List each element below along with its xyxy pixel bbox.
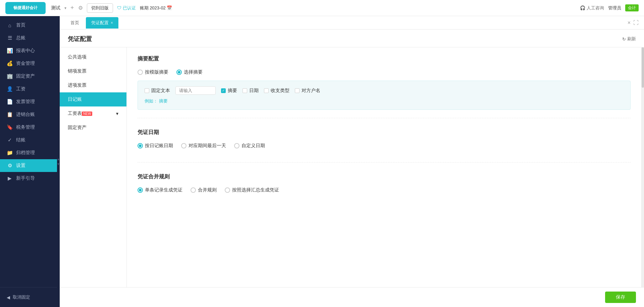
sidebar-scroll-up-icon[interactable]: ▲ [57, 157, 60, 161]
radio-circle-period-last [181, 143, 186, 148]
date-radio-period-last[interactable]: 对应期间最后一天 [181, 143, 226, 149]
payment-type-checkbox[interactable]: 收支类型 [264, 88, 289, 94]
tab-voucher-config-label: 凭证配置 [91, 20, 109, 26]
sidebar-item-settings[interactable]: ⚙ 设置 [0, 159, 60, 172]
fixed-text-checkbox[interactable]: 固定文本 [145, 88, 170, 94]
report-icon: 📊 [7, 48, 13, 54]
close-tab-button[interactable]: × [628, 20, 631, 26]
fixed-text-input[interactable] [175, 86, 216, 95]
sidebar-item-payroll[interactable]: 👤 工资 [0, 83, 60, 95]
radio-circle-journal-date [138, 143, 143, 148]
merge-radio-rule[interactable]: 合并规则 [191, 187, 217, 193]
sidebar-item-label: 进销台账 [16, 112, 35, 118]
sidebar-item-invoice[interactable]: 📄 发票管理 [0, 95, 60, 108]
sidebar-item-label: 工资 [16, 86, 25, 92]
counterparty-checkbox[interactable]: 对方户名 [295, 88, 320, 94]
main-layout: ▲ ▼ ⌂ 首页 ☰ 总账 📊 报表中心 💰 资金管理 🏢 固定资产 [0, 16, 644, 307]
sidebar-item-report[interactable]: 📊 报表中心 [0, 44, 60, 57]
fullscreen-button[interactable]: ⛶ [633, 20, 639, 26]
assets-icon: 🏢 [7, 73, 13, 79]
summary-section: 摘要配置 按模版摘要 选择摘要 [138, 55, 631, 118]
sidebar-item-label: 税务管理 [16, 124, 35, 130]
refresh-button[interactable]: ↻ 刷新 [622, 36, 636, 42]
company-name: 测试 [51, 5, 60, 11]
guide-icon: ▶ [7, 175, 13, 181]
sidebar-item-purchase-sales[interactable]: 📋 进销台账 [0, 108, 60, 121]
sidebar-item-close-account[interactable]: ✓ 结账 [0, 134, 60, 146]
sidebar-item-guide[interactable]: ▶ 新手引导 [0, 172, 60, 185]
sidebar-item-label: 首页 [16, 22, 25, 28]
sidebar-item-funds[interactable]: 💰 资金管理 [0, 57, 60, 70]
sidebar-item-home[interactable]: ⌂ 首页 [0, 19, 60, 32]
sidebar-item-label: 固定资产 [16, 73, 35, 79]
sidebar-item-assets[interactable]: 🏢 固定资产 [0, 70, 60, 83]
collapse-icon: ◀ [7, 295, 10, 300]
sidebar-item-label: 报表中心 [16, 48, 35, 54]
sidebar: ▲ ▼ ⌂ 首页 ☰ 总账 📊 报表中心 💰 资金管理 🏢 固定资产 [0, 16, 60, 307]
config-menu-fixed-assets[interactable]: 固定资产 [60, 121, 126, 135]
date-section-title: 凭证日期 [138, 129, 631, 136]
date-radio-group: 按日记账日期 对应期间最后一天 自定义日期 [138, 143, 631, 149]
settings-icon[interactable]: ⚙ [78, 5, 83, 11]
radio-circle-select-sum [225, 187, 230, 193]
page-content: 凭证配置 ↻ 刷新 公共选项 销项发票 进项发票 [60, 30, 644, 307]
sidebar-item-label: 设置 [16, 163, 25, 169]
consult-button[interactable]: 🎧 人工咨询 [580, 5, 604, 11]
checkbox-box-summary: ✓ [221, 88, 226, 93]
save-button[interactable]: 保存 [605, 292, 636, 303]
summary-section-title: 摘要配置 [138, 55, 631, 62]
sidebar-item-label: 归档管理 [16, 150, 35, 156]
tax-icon: 🔖 [7, 124, 13, 130]
merge-radio-group: 单条记录生成凭证 合并规则 按照选择汇总生成凭证 [138, 187, 631, 193]
tab-home[interactable]: 首页 [65, 17, 85, 29]
merge-radio-select-sum[interactable]: 按照选择汇总生成凭证 [225, 187, 279, 193]
tab-close-icon[interactable]: × [111, 20, 113, 25]
date-radio-custom[interactable]: 自定义日期 [234, 143, 265, 149]
period-label: 账期 2023-02 📅 [140, 5, 172, 11]
invoice-icon: 📄 [7, 99, 13, 105]
right-scrollbar[interactable] [641, 47, 644, 287]
date-radio-journal[interactable]: 按日记账日期 [138, 143, 173, 149]
sidebar-item-label: 发票管理 [16, 99, 35, 105]
sidebar-scroll-down-icon[interactable]: ▼ [57, 162, 60, 166]
refresh-icon: ↻ [622, 37, 626, 42]
sidebar-collapse-button[interactable]: ◀ 取消固定 [0, 292, 60, 303]
add-icon[interactable]: + [70, 4, 74, 11]
app-logo: 畅捷通好会计 [5, 2, 46, 14]
radio-circle-merge-rule [191, 187, 196, 193]
sidebar-item-archive[interactable]: 📁 归档管理 [0, 146, 60, 159]
config-menu-journal[interactable]: 日记账 [60, 92, 126, 106]
tab-voucher-config[interactable]: 凭证配置 × [86, 17, 118, 29]
date-section: 凭证日期 按日记账日期 对应期间最后一天 [138, 129, 631, 163]
merge-radio-single[interactable]: 单条记录生成凭证 [138, 187, 182, 193]
config-menu-sales-invoice[interactable]: 销项发票 [60, 64, 126, 78]
summary-radio-select[interactable]: 选择摘要 [176, 69, 203, 75]
checkbox-box-counterparty [295, 88, 300, 93]
page-header: 凭证配置 ↻ 刷新 [60, 30, 644, 47]
manager-label[interactable]: 管理员 [608, 5, 621, 11]
date-checkbox[interactable]: 日期 [243, 88, 259, 94]
sidebar-item-tax[interactable]: 🔖 税务管理 [0, 121, 60, 134]
summary-sub-config: 固定文本 ✓ 摘要 日期 [138, 81, 631, 110]
payroll-icon: 👤 [7, 86, 13, 92]
purchase-sales-icon: 📋 [7, 112, 13, 118]
role-badge[interactable]: 会计 [625, 4, 639, 11]
config-menu-payroll-table[interactable]: 工资表 NEW ▾ [60, 106, 126, 121]
sidebar-item-label: 结账 [16, 137, 25, 143]
sidebar-item-label: 新手引导 [16, 175, 35, 181]
funds-icon: 💰 [7, 60, 13, 67]
summary-checkbox[interactable]: ✓ 摘要 [221, 88, 237, 94]
sidebar-item-ledger[interactable]: ☰ 总账 [0, 32, 60, 44]
radio-circle-custom-date [234, 143, 239, 148]
example-text: 例如： 摘要 [145, 98, 624, 104]
merge-section-title: 凭证合并规则 [138, 173, 631, 180]
company-chevron-icon[interactable]: ▾ [64, 6, 66, 10]
chevron-down-icon: ▾ [116, 111, 118, 116]
config-layout: 公共选项 销项发票 进项发票 日记账 工资表 NEW ▾ [60, 47, 644, 287]
switch-version-button[interactable]: 切到旧版 [87, 3, 113, 13]
shield-icon: 🛡 [117, 5, 121, 10]
config-menu-public[interactable]: 公共选项 [60, 50, 126, 64]
archive-icon: 📁 [7, 150, 13, 156]
config-menu-purchase-invoice[interactable]: 进项发票 [60, 78, 126, 92]
summary-radio-template[interactable]: 按模版摘要 [138, 69, 168, 75]
